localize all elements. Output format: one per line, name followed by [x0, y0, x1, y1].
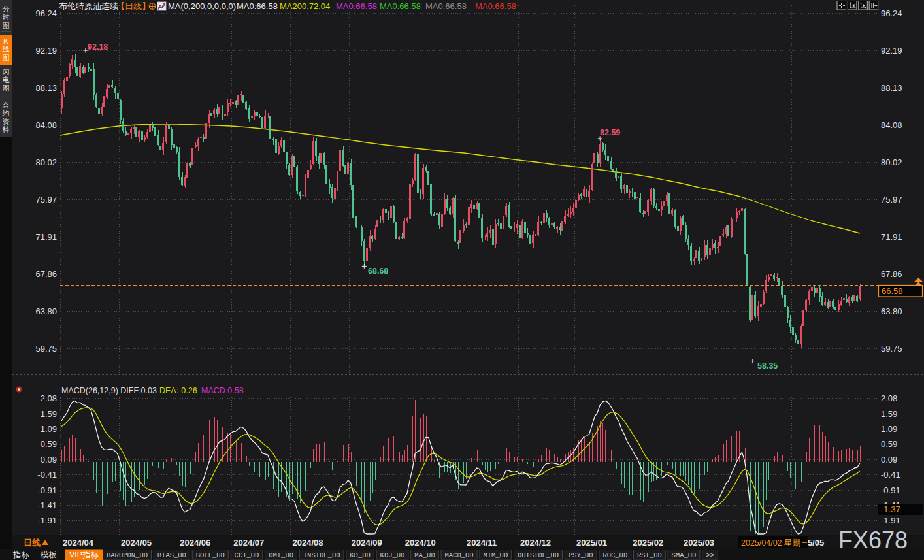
- svg-text:68.68: 68.68: [368, 267, 388, 276]
- svg-text:>>: >>: [706, 552, 714, 559]
- svg-text:0.09: 0.09: [881, 455, 897, 465]
- svg-text:电: 电: [3, 76, 10, 84]
- svg-text:PSY_UD: PSY_UD: [569, 552, 593, 559]
- svg-text:MACD(26,12,9) DIFF:0.03: MACD(26,12,9) DIFF:0.03: [61, 386, 157, 395]
- svg-text:KDJ_UD: KDJ_UD: [380, 552, 405, 559]
- svg-text:-1.37: -1.37: [881, 504, 900, 514]
- svg-text:92.19: 92.19: [881, 46, 902, 56]
- svg-text:-0.41: -0.41: [37, 470, 57, 480]
- svg-text:MA_UD: MA_UD: [414, 552, 435, 559]
- svg-text:1.09: 1.09: [881, 424, 897, 434]
- svg-text:92.19: 92.19: [35, 46, 57, 56]
- svg-text:0.09: 0.09: [41, 455, 57, 465]
- svg-text:2024/08: 2024/08: [293, 538, 323, 548]
- svg-text:2.08: 2.08: [41, 393, 57, 403]
- svg-text:71.91: 71.91: [881, 232, 902, 242]
- svg-text:1.59: 1.59: [41, 409, 57, 419]
- svg-text:96.24: 96.24: [881, 8, 902, 18]
- svg-text:59.75: 59.75: [35, 344, 57, 354]
- svg-text:0.59: 0.59: [41, 439, 57, 449]
- svg-text:图: 图: [3, 84, 10, 92]
- svg-text:料: 料: [2, 125, 10, 133]
- svg-text:资: 资: [3, 118, 10, 125]
- svg-text:合: 合: [3, 101, 10, 109]
- svg-text:DMI_UD: DMI_UD: [269, 552, 293, 559]
- svg-text:-1.91: -1.91: [37, 516, 57, 525]
- svg-text:0.59: 0.59: [881, 439, 897, 449]
- svg-text:2025/04/02 星期三: 2025/04/02 星期三: [741, 538, 809, 548]
- svg-text:MA0:66.58: MA0:66.58: [380, 1, 421, 11]
- svg-text:图: 图: [3, 54, 10, 61]
- svg-text:80.02: 80.02: [35, 157, 57, 167]
- svg-text:约: 约: [2, 109, 10, 117]
- svg-text:MA0:66.58: MA0:66.58: [425, 1, 467, 11]
- svg-text:1.59: 1.59: [881, 409, 897, 419]
- svg-text:ROC_UD: ROC_UD: [602, 552, 627, 559]
- svg-text:2024/06: 2024/06: [180, 538, 210, 548]
- svg-text:K: K: [3, 37, 8, 45]
- svg-text:-0.41: -0.41: [881, 470, 900, 480]
- svg-text:KD_UD: KD_UD: [350, 552, 371, 559]
- svg-text:-0.91: -0.91: [37, 486, 57, 495]
- svg-text:-1.41: -1.41: [37, 501, 57, 510]
- svg-text:MTM_UD: MTM_UD: [483, 552, 508, 559]
- svg-text:VIP指标: VIP指标: [69, 550, 99, 559]
- svg-text:2024/10: 2024/10: [405, 538, 436, 548]
- svg-text:指标: 指标: [12, 550, 30, 559]
- svg-text:2024/07: 2024/07: [233, 538, 264, 548]
- svg-text:92.18: 92.18: [88, 42, 108, 52]
- svg-text:67.86: 67.86: [881, 269, 902, 279]
- svg-text:图: 图: [3, 22, 10, 29]
- svg-text:82.59: 82.59: [600, 128, 620, 137]
- svg-text:OUTSIDE_UD: OUTSIDE_UD: [518, 552, 559, 559]
- svg-text:布伦特原油连续: 布伦特原油连续: [58, 1, 118, 11]
- svg-text:84.08: 84.08: [35, 120, 57, 130]
- svg-text:MA0:66.58: MA0:66.58: [475, 1, 516, 11]
- svg-text:67.86: 67.86: [35, 269, 57, 279]
- svg-text:84.08: 84.08: [881, 120, 902, 130]
- svg-text:59.75: 59.75: [881, 344, 902, 354]
- svg-text:2025/03: 2025/03: [684, 538, 714, 548]
- svg-text:DEA:-0.26: DEA:-0.26: [159, 386, 197, 395]
- svg-text:CCI_UD: CCI_UD: [235, 552, 259, 559]
- svg-text:58.35: 58.35: [757, 361, 778, 371]
- svg-text:2024/11: 2024/11: [467, 538, 497, 548]
- svg-text:SMA_UD: SMA_UD: [672, 552, 697, 559]
- svg-text:MA(0,200,0,0,0,0): MA(0,200,0,0,0,0): [168, 1, 236, 11]
- svg-text:-1.91: -1.91: [881, 516, 900, 525]
- svg-text:2025/01: 2025/01: [576, 538, 607, 548]
- svg-text:日线: 日线: [24, 538, 41, 548]
- svg-text:MA200:72.04: MA200:72.04: [280, 1, 330, 11]
- svg-text:2.08: 2.08: [881, 393, 897, 403]
- svg-text:分: 分: [3, 5, 10, 13]
- svg-text:75.97: 75.97: [881, 195, 902, 205]
- svg-text:闪: 闪: [3, 68, 10, 76]
- svg-text:80.02: 80.02: [881, 157, 902, 167]
- svg-text:1.09: 1.09: [41, 424, 57, 434]
- svg-text:BARUPDN_UD: BARUPDN_UD: [107, 552, 148, 559]
- svg-text:63.80: 63.80: [881, 306, 902, 316]
- svg-text:63.80: 63.80: [35, 306, 57, 316]
- svg-text:时: 时: [3, 13, 10, 21]
- svg-text:88.13: 88.13: [35, 83, 57, 93]
- svg-text:MACD_UD: MACD_UD: [445, 552, 474, 559]
- svg-text:MA0:66.58: MA0:66.58: [237, 1, 278, 11]
- svg-text:96.24: 96.24: [35, 8, 57, 18]
- svg-text:MA0:66.58: MA0:66.58: [336, 1, 377, 11]
- svg-text:INSIDE_UD: INSIDE_UD: [303, 552, 340, 559]
- svg-text:模板: 模板: [40, 550, 57, 559]
- svg-text:71.91: 71.91: [35, 232, 57, 242]
- svg-text:2024/05: 2024/05: [121, 538, 152, 548]
- svg-text:BOLL_UD: BOLL_UD: [196, 552, 225, 559]
- svg-text:66.58: 66.58: [882, 286, 903, 296]
- svg-text:88.13: 88.13: [881, 83, 902, 93]
- svg-text:MACD:0.58: MACD:0.58: [201, 386, 244, 395]
- svg-text:【日线】: 【日线】: [116, 1, 150, 11]
- svg-text:2024/12: 2024/12: [520, 538, 551, 548]
- svg-text:线: 线: [3, 45, 10, 53]
- svg-text:2024/04: 2024/04: [63, 538, 94, 548]
- svg-text:2024/09: 2024/09: [352, 538, 382, 548]
- svg-text:BIAS_UD: BIAS_UD: [157, 552, 186, 559]
- svg-text:RSI_UD: RSI_UD: [637, 552, 662, 559]
- svg-text:2025/02: 2025/02: [633, 538, 663, 548]
